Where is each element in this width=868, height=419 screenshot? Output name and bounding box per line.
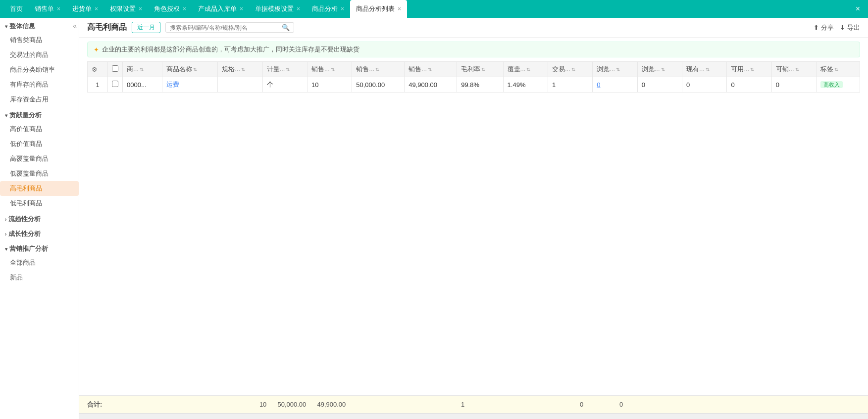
row-available: 0 (727, 77, 771, 93)
close-product-analysis[interactable]: × (341, 5, 344, 12)
close-permissions[interactable]: × (139, 5, 142, 12)
filter-last-month-btn[interactable]: 近一月 (132, 22, 160, 33)
sidebar: « ▾ 整体信息 销售类商品 交易过的商品 商品分类助销率 有库存的商品 库存资… (0, 18, 79, 419)
sidebar-collapse-btn[interactable]: « (73, 22, 77, 30)
export-icon: ⬇ (840, 24, 845, 31)
sort-icon-3: ⇅ (241, 67, 245, 72)
row-tag: 高收入 (817, 77, 860, 93)
nav-home[interactable]: 首页 (4, 0, 29, 18)
row-views1[interactable]: 0 (593, 77, 637, 93)
search-input[interactable] (170, 24, 280, 31)
sort-icon-2: ⇅ (193, 67, 197, 72)
row-checkbox[interactable] (108, 77, 123, 93)
col-gross-margin[interactable]: 毛利率⇅ (457, 62, 503, 77)
col-settings[interactable]: ⚙ (88, 62, 108, 77)
sidebar-item-high-coverage[interactable]: 高覆盖量商品 (0, 151, 79, 166)
main-area: « ▾ 整体信息 销售类商品 交易过的商品 商品分类助销率 有库存的商品 库存资… (0, 18, 868, 419)
col-views2[interactable]: 浏览...⇅ (637, 62, 682, 77)
sidebar-item-low-coverage[interactable]: 低覆盖量商品 (0, 166, 79, 181)
row-coverage: 1.49% (503, 77, 548, 93)
share-icon: ⬆ (814, 24, 819, 31)
col-views1[interactable]: 浏览...⇅ (593, 62, 637, 77)
sidebar-group-marketing[interactable]: ▾ 营销推广分析 (0, 240, 79, 255)
row-current-stock: 0 (682, 77, 727, 93)
col-spec[interactable]: 规格...⇅ (218, 62, 262, 77)
close-window-btn[interactable]: × (852, 4, 864, 13)
share-btn[interactable]: ⬆ 分享 (814, 23, 834, 32)
sort-icon-14: ⇅ (750, 67, 754, 72)
nav-product-analysis[interactable]: 商品分析 × (306, 0, 350, 18)
sidebar-item-in-stock[interactable]: 有库存的商品 (0, 77, 79, 92)
nav-analysis-list[interactable]: 商品分析列表 × (350, 0, 407, 18)
footer-available: 0 (587, 401, 627, 408)
row-gross-margin: 99.8% (457, 77, 503, 93)
table-wrapper: ⚙ 商...⇅ 商品名称⇅ 规格...⇅ (79, 61, 868, 395)
sidebar-item-new-goods[interactable]: 新品 (0, 270, 79, 285)
row-code: 0000... (123, 77, 162, 93)
col-sales-amount[interactable]: 销售...⇅ (352, 62, 405, 77)
row-num: 1 (88, 77, 108, 93)
sidebar-group-contribution[interactable]: ▾ 贡献量分析 (0, 107, 79, 122)
close-template-settings[interactable]: × (297, 5, 300, 12)
data-table: ⚙ 商...⇅ 商品名称⇅ 规格...⇅ (87, 61, 860, 93)
table-row: 1 0000... 运费 个 10 50,000.00 49,900.00 99… (88, 77, 860, 93)
export-btn[interactable]: ⬇ 导出 (840, 23, 860, 32)
sidebar-group-overall[interactable]: ▾ 整体信息 (0, 18, 79, 33)
sort-icon-15: ⇅ (795, 67, 799, 72)
col-trade[interactable]: 交易...⇅ (548, 62, 592, 77)
col-current-stock[interactable]: 现有...⇅ (682, 62, 727, 77)
row-views2: 0 (637, 77, 682, 93)
sidebar-item-all-goods[interactable]: 全部商品 (0, 255, 79, 270)
close-finished-goods[interactable]: × (240, 5, 243, 12)
col-name[interactable]: 商品名称⇅ (162, 62, 218, 77)
sort-icon-6: ⇅ (375, 67, 379, 72)
sidebar-group-growth[interactable]: › 成长性分析 (0, 226, 79, 240)
close-purchase-order[interactable]: × (95, 5, 98, 12)
content-pane: 高毛利商品 近一月 🔍 ⬆ 分享 ⬇ 导出 ✦ 企业的主要的利润都是这部分商品创… (79, 18, 868, 419)
row-sales-qty: 10 (307, 77, 352, 93)
nav-permissions[interactable]: 权限设置 × (104, 0, 148, 18)
footer-summary: 合计: 10 50,000.00 49,900.00 1 0 0 (79, 395, 868, 413)
footer-trade: 1 (429, 401, 468, 408)
close-role-auth[interactable]: × (183, 5, 186, 12)
row-sales-amount: 50,000.00 (352, 77, 405, 93)
nav-sales-order[interactable]: 销售单 × (29, 0, 66, 18)
sidebar-group-trend[interactable]: › 流趋性分析 (0, 211, 79, 226)
row-name[interactable]: 运费 (162, 77, 218, 93)
sidebar-item-high-value[interactable]: 高价值商品 (0, 122, 79, 137)
col-available[interactable]: 可用...⇅ (727, 62, 771, 77)
sidebar-item-category-rate[interactable]: 商品分类助销率 (0, 62, 79, 77)
nav-purchase-order[interactable]: 进货单 × (66, 0, 104, 18)
top-navigation: 首页 销售单 × 进货单 × 权限设置 × 角色授权 × 产成品入库单 × 单据… (0, 0, 868, 18)
content-header: 高毛利商品 近一月 🔍 ⬆ 分享 ⬇ 导出 (79, 18, 868, 38)
col-unit[interactable]: 计量...⇅ (262, 62, 307, 77)
sidebar-item-traded-goods[interactable]: 交易过的商品 (0, 47, 79, 62)
sidebar-item-sales-goods[interactable]: 销售类商品 (0, 33, 79, 47)
sidebar-item-low-margin[interactable]: 低毛利商品 (0, 196, 79, 211)
sidebar-item-high-margin[interactable]: 高毛利商品 (0, 181, 79, 196)
col-sales-cost[interactable]: 销售...⇅ (405, 62, 457, 77)
close-analysis-list[interactable]: × (398, 5, 401, 12)
sort-icon-4: ⇅ (286, 67, 290, 72)
nav-template-settings[interactable]: 单据模板设置 × (249, 0, 306, 18)
sort-icon-10: ⇅ (571, 67, 575, 72)
sidebar-item-stock-capital[interactable]: 库存资金占用 (0, 92, 79, 107)
arrow-icon-4: › (5, 232, 6, 237)
col-sales-qty[interactable]: 销售...⇅ (307, 62, 352, 77)
row-sales-cost: 49,900.00 (405, 77, 457, 93)
col-tag[interactable]: 标签⇅ (817, 62, 860, 77)
close-sales-order[interactable]: × (57, 5, 60, 12)
footer-sales-amount: 50,000.00 (270, 401, 310, 408)
col-code[interactable]: 商...⇅ (123, 62, 162, 77)
footer-sales-cost: 49,900.00 (310, 401, 350, 408)
nav-role-auth[interactable]: 角色授权 × (148, 0, 192, 18)
col-coverage[interactable]: 覆盖...⇅ (503, 62, 548, 77)
nav-finished-goods[interactable]: 产成品入库单 × (192, 0, 249, 18)
sort-icon-5: ⇅ (331, 67, 335, 72)
horizontal-scrollbar[interactable] (79, 413, 868, 419)
col-sellable[interactable]: 可销...⇅ (771, 62, 816, 77)
sidebar-item-low-value[interactable]: 低价值商品 (0, 137, 79, 151)
arrow-icon-3: › (5, 217, 6, 222)
select-all-checkbox[interactable] (112, 65, 118, 72)
col-checkbox[interactable] (108, 62, 123, 77)
